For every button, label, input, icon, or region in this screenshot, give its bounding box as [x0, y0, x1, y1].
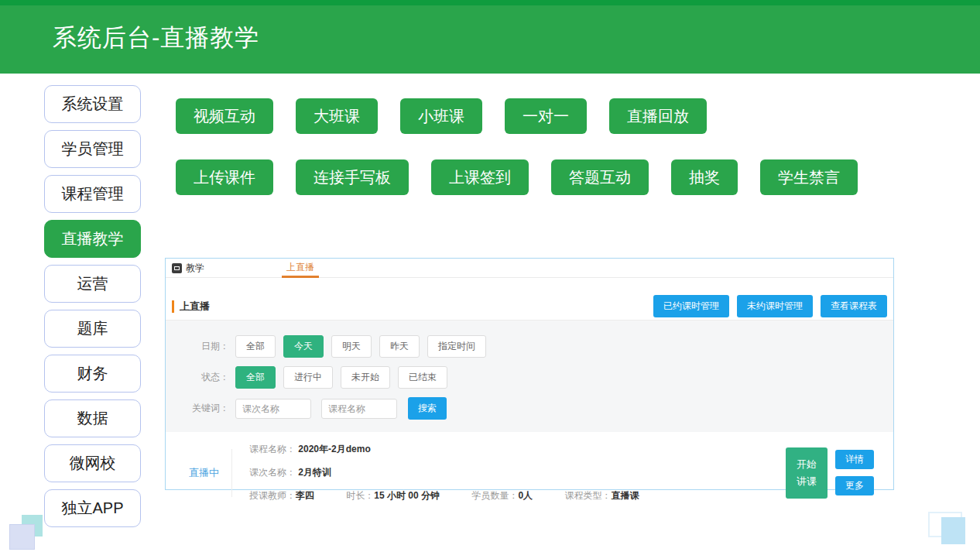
sidebar-item-live-teaching[interactable]: 直播教学	[44, 220, 141, 258]
quiz-interaction-button[interactable]: 答题互动	[551, 159, 649, 195]
keyword-filter-row: 关键词： 搜索	[184, 397, 893, 420]
course-row-actions: 开始讲课 详情 更多	[786, 447, 874, 499]
course-name-line: 课程名称： 2020年-2月demo	[249, 443, 786, 456]
booked-hours-button[interactable]: 已约课时管理	[653, 295, 729, 317]
course-name-label: 课程名称：	[249, 444, 296, 454]
course-row: 直播中 课程名称： 2020年-2月demo 课次名称： 2月特训 授课教师：李…	[166, 432, 893, 513]
view-schedule-button[interactable]: 查看课程表	[821, 295, 887, 317]
course-type-meta: 课程类型：直播课	[564, 490, 639, 501]
sidebar-item-system-settings[interactable]: 系统设置	[44, 85, 141, 123]
section-title: 上直播	[180, 300, 210, 314]
teacher-meta: 授课教师：李四	[249, 490, 314, 501]
teaching-icon	[172, 263, 182, 273]
feature-buttons: 视频互动 大班课 小班课 一对一 直播回放 上传课件 连接手写板 上课签到 答题…	[176, 98, 919, 221]
duration-meta: 时长：15 小时 00 分钟	[346, 490, 440, 501]
date-filter-row: 日期： 全部 今天 明天 昨天 指定时间	[184, 335, 893, 358]
course-meta-line: 授课教师：李四 时长：15 小时 00 分钟 学员数量：0人 课程类型：直播课	[249, 489, 786, 502]
secondary-actions: 详情 更多	[835, 450, 874, 495]
section-actions: 已约课时管理 未约课时管理 查看课程表	[653, 295, 887, 317]
date-chip-all[interactable]: 全部	[235, 335, 276, 358]
sidebar-item-question-bank[interactable]: 题库	[44, 310, 141, 348]
page-title: 系统后台-直播教学	[53, 22, 259, 54]
breadcrumb-label: 教学	[186, 262, 204, 275]
lesson-name-line: 课次名称： 2月特训	[249, 466, 786, 479]
date-chip-today[interactable]: 今天	[283, 335, 324, 358]
video-interaction-button[interactable]: 视频互动	[176, 98, 273, 134]
tab-go-live[interactable]: 上直播	[282, 259, 319, 278]
lottery-button[interactable]: 抽奖	[671, 159, 738, 195]
panel-tabbar: 教学 上直播	[166, 259, 893, 278]
student-count-meta: 学员数量：0人	[471, 490, 533, 501]
upload-courseware-button[interactable]: 上传课件	[176, 159, 273, 195]
feature-row-1: 视频互动 大班课 小班课 一对一 直播回放	[176, 98, 919, 134]
course-name-value: 2020年-2月demo	[298, 444, 370, 454]
app-header: 系统后台-直播教学	[0, 0, 980, 74]
one-on-one-button[interactable]: 一对一	[505, 98, 587, 134]
lesson-name-input[interactable]	[235, 399, 311, 419]
mute-students-button[interactable]: 学生禁言	[760, 159, 858, 195]
sidebar-item-finance[interactable]: 财务	[44, 355, 141, 393]
status-filter-row: 状态： 全部 进行中 未开始 已结束	[184, 366, 893, 389]
status-chip-not-started[interactable]: 未开始	[341, 366, 390, 389]
status-chip-all[interactable]: 全部	[235, 366, 276, 389]
row-divider	[231, 449, 232, 497]
decoration-square-lavender	[9, 524, 35, 550]
more-button[interactable]: 更多	[835, 476, 874, 495]
live-status-badge: 直播中	[189, 466, 231, 480]
live-replay-button[interactable]: 直播回放	[609, 98, 707, 134]
section-header: 上直播 已约课时管理 未约课时管理 查看课程表	[166, 293, 893, 321]
search-button[interactable]: 搜索	[408, 397, 447, 420]
date-filter-label: 日期：	[184, 340, 229, 353]
unbooked-hours-button[interactable]: 未约课时管理	[737, 295, 813, 317]
date-chip-custom[interactable]: 指定时间	[427, 335, 486, 358]
section-accent-bar	[172, 300, 174, 313]
sidebar-item-course-management[interactable]: 课程管理	[44, 175, 141, 213]
date-chip-yesterday[interactable]: 昨天	[379, 335, 420, 358]
sidebar: 系统设置 学员管理 课程管理 直播教学 运营 题库 财务 数据 微网校 独立AP…	[44, 85, 141, 527]
sidebar-item-micro-school[interactable]: 微网校	[44, 444, 141, 482]
sidebar-item-data[interactable]: 数据	[44, 399, 141, 437]
sidebar-item-standalone-app[interactable]: 独立APP	[44, 489, 141, 527]
live-class-panel: 教学 上直播 上直播 已约课时管理 未约课时管理 查看课程表 日期： 全部 今天…	[165, 258, 894, 490]
status-chip-ongoing[interactable]: 进行中	[283, 366, 333, 389]
feature-row-2: 上传课件 连接手写板 上课签到 答题互动 抽奖 学生禁言	[176, 159, 919, 195]
details-button[interactable]: 详情	[835, 450, 874, 469]
status-filter-label: 状态：	[184, 371, 229, 384]
course-name-input[interactable]	[321, 399, 397, 419]
small-class-button[interactable]: 小班课	[400, 98, 482, 134]
breadcrumb: 教学	[172, 259, 204, 277]
large-class-button[interactable]: 大班课	[296, 98, 378, 134]
class-checkin-button[interactable]: 上课签到	[431, 159, 529, 195]
lesson-name-value: 2月特训	[298, 467, 331, 478]
course-fields: 课程名称： 2020年-2月demo 课次名称： 2月特训 授课教师：李四 时长…	[249, 443, 786, 502]
status-chip-finished[interactable]: 已结束	[398, 366, 447, 389]
connect-tablet-button[interactable]: 连接手写板	[296, 159, 409, 195]
filter-area: 日期： 全部 今天 明天 昨天 指定时间 状态： 全部 进行中 未开始 已结束 …	[166, 321, 893, 432]
keyword-filter-label: 关键词：	[184, 402, 229, 415]
lesson-name-label: 课次名称：	[249, 467, 296, 478]
date-chip-tomorrow[interactable]: 明天	[331, 335, 372, 358]
decoration-square-blue	[941, 517, 965, 544]
sidebar-item-operations[interactable]: 运营	[44, 265, 141, 303]
start-teaching-button[interactable]: 开始讲课	[786, 447, 828, 499]
sidebar-item-student-management[interactable]: 学员管理	[44, 130, 141, 168]
